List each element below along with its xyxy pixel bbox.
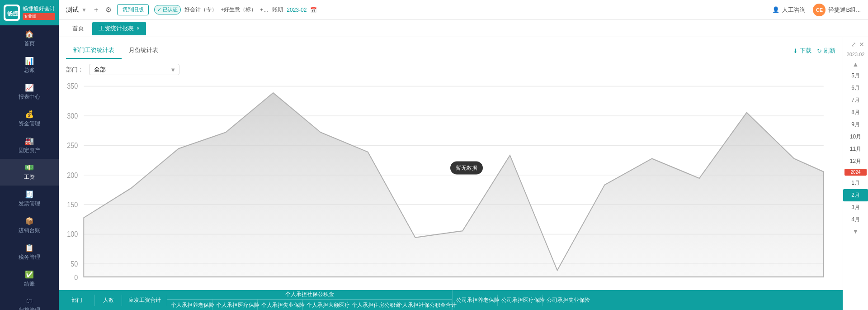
chart-area: 350 300 250 200 150 100 50 0 (59, 80, 843, 290)
col-company-unemployment: 公司承担失业保险 (543, 295, 588, 306)
sidebar-item-tax[interactable]: 📋 税务管理 (0, 239, 59, 266)
finance-icon: 💰 (25, 110, 34, 119)
sidebar-item-label: 报表中心 (19, 93, 40, 101)
consult-button[interactable]: 👤 人工咨询 (772, 6, 806, 14)
col-personal-unemployment: 个人承担失业保险 (258, 300, 303, 310)
sidebar-item-invoice[interactable]: 🧾 发票管理 (0, 186, 59, 212)
download-button[interactable]: ⬇ 下载 (793, 47, 811, 55)
sidebar-item-inventory[interactable]: 📦 进销台账 (0, 212, 59, 239)
sidebar-item-closing[interactable]: ✅ 结账 (0, 266, 59, 292)
sub-tab-monthly[interactable]: 月份统计表 (122, 43, 165, 59)
sidebar-item-finance[interactable]: 💰 资金管理 (0, 105, 59, 132)
month-5[interactable]: 5月 (843, 70, 868, 82)
app-name: 畅捷通好会计 (23, 5, 55, 13)
svg-text:350: 350 (67, 82, 78, 91)
sidebar-item-reports[interactable]: 📈 报表中心 (0, 79, 59, 105)
col-personal-housing: 个人承担住房公积金 (348, 300, 393, 310)
svg-text:200: 200 (67, 171, 78, 179)
closing-icon: ✅ (25, 270, 34, 279)
sub-tab-dept-label: 部门工资统计表 (73, 47, 114, 53)
sub-tab-dept[interactable]: 部门工资统计表 (66, 43, 122, 59)
month-9[interactable]: 9月 (843, 119, 868, 131)
tabs-bar: 首页 工资统计报表 × (59, 20, 868, 37)
project-selector[interactable]: 测试 ▼ (66, 6, 87, 14)
month-11[interactable]: 11月 (843, 143, 868, 155)
year-2024-tag: 2024 (844, 169, 867, 176)
month-8[interactable]: 8月 (843, 106, 868, 119)
dept-label: 部门： (66, 66, 84, 74)
sidebar-item-label: 总账 (24, 67, 35, 74)
svg-text:50: 50 (71, 260, 78, 268)
panel-close-button[interactable]: ✕ (857, 40, 866, 49)
sub-tabs: 部门工资统计表 月份统计表 ⬇ 下载 ↻ 刷新 (59, 37, 843, 59)
month-navigator: ▲ 5月 6月 7月 8月 9月 10月 11月 12月 2024 1月 2月 … (843, 59, 868, 237)
month-10[interactable]: 10月 (843, 131, 868, 143)
sidebar-item-fixed-assets[interactable]: 🏭 固定资产 (0, 132, 59, 159)
sidebar-item-home[interactable]: 🏠 首页 (0, 25, 59, 52)
user-menu[interactable]: CE 轻捷通B组... (813, 4, 861, 16)
sidebar-item-payroll[interactable]: 💵 工资 (0, 159, 59, 186)
month-7[interactable]: 7月 (843, 94, 868, 106)
month-4[interactable]: 4月 (843, 214, 868, 226)
svg-text:100: 100 (67, 230, 78, 238)
month-nav-up[interactable]: ▲ (853, 59, 859, 70)
toolbar-right: ⬇ 下载 ↻ 刷新 (793, 47, 835, 55)
calendar-icon[interactable]: 📅 (310, 7, 317, 13)
col-salary-total: 应发工资合计 (122, 295, 167, 306)
sidebar: 畅捷 畅捷通好会计 专业版 🏠 首页 📊 总账 📈 报表中心 💰 资金管理 🏭 … (0, 0, 59, 310)
panel-expand-button[interactable]: ⤢ (849, 40, 858, 49)
month-6[interactable]: 6月 (843, 82, 868, 94)
sidebar-logo: 畅捷 畅捷通好会计 专业版 (0, 0, 59, 25)
col-personal-medical: 个人承担医疗保险 (212, 300, 258, 310)
project-arrow-icon: ▼ (81, 7, 87, 13)
sidebar-item-archive[interactable]: 🗂 归档管理 (0, 292, 59, 310)
month-3[interactable]: 3月 (843, 201, 868, 214)
settings-button[interactable]: ⚙ (104, 5, 113, 15)
refresh-button[interactable]: ↻ 刷新 (817, 47, 835, 55)
user-name: 轻捷通B组... (828, 6, 861, 14)
tab-home-label: 首页 (72, 24, 84, 33)
sidebar-item-label: 结账 (24, 280, 35, 288)
sidebar-item-label: 税务管理 (19, 253, 40, 261)
tab-active-label: 工资统计报表 (99, 24, 134, 33)
topbar-status: ✓ 已认证 好会计（专） +好生意（标） +… 账期 2023-02 📅 (154, 5, 317, 14)
project-name: 测试 (66, 6, 79, 14)
month-2-active[interactable]: 2月 (843, 189, 868, 201)
sidebar-item-label: 发票管理 (19, 200, 40, 208)
tab-close-icon[interactable]: × (137, 25, 140, 32)
content-main: 部门工资统计表 月份统计表 ⬇ 下载 ↻ 刷新 (59, 37, 843, 310)
period-label: 账期 (272, 6, 283, 14)
switch-version-button[interactable]: 切到旧版 (117, 4, 149, 15)
col-personal-group-title: 个人承担社保公积金 (167, 290, 452, 300)
archive-icon: 🗂 (26, 297, 33, 305)
sidebar-item-general-ledger[interactable]: 📊 总账 (0, 52, 59, 79)
sidebar-item-label: 进销台账 (19, 227, 40, 234)
svg-text:0: 0 (74, 273, 78, 281)
svg-text:300: 300 (67, 112, 78, 120)
dept-select-wrap: 全部 ▼ (89, 64, 179, 75)
dept-select[interactable]: 全部 (89, 64, 179, 75)
download-icon: ⬇ (793, 48, 798, 54)
month-nav-down[interactable]: ▼ (853, 226, 859, 237)
month-12[interactable]: 12月 (843, 155, 868, 167)
consult-label: 人工咨询 (782, 6, 806, 14)
topbar: 测试 ▼ + ⚙ 切到旧版 ✓ 已认证 好会计（专） +好生意（标） +… 账期… (59, 0, 868, 20)
user-avatar: CE (813, 4, 826, 16)
col-headcount: 人数 (95, 295, 122, 306)
tab-payroll-report[interactable]: 工资统计报表 × (92, 22, 146, 35)
year-display[interactable]: 2023.02 (847, 52, 865, 57)
assets-icon: 🏭 (25, 137, 34, 145)
svg-text:250: 250 (67, 141, 78, 149)
period-value: 2023-02 (287, 7, 307, 13)
table-header: 部门 人数 应发工资合计 个人承担社保公积金 个人承担养老保险 个人承担医疗保险… (59, 290, 843, 310)
add-button[interactable]: + (92, 5, 100, 15)
content-area: 部门工资统计表 月份统计表 ⬇ 下载 ↻ 刷新 (59, 37, 868, 310)
sidebar-item-label: 资金管理 (19, 120, 40, 128)
col-personal-total: 个人承担社保公积金合计 (393, 300, 452, 310)
col-dept: 部门 (59, 295, 95, 306)
topbar-actions: + ⚙ 切到旧版 (92, 4, 149, 15)
month-1[interactable]: 1月 (843, 177, 868, 189)
sidebar-item-label: 固定资产 (19, 147, 40, 154)
tab-home[interactable]: 首页 (66, 22, 90, 35)
status-business: +好生意（标） (221, 6, 256, 14)
